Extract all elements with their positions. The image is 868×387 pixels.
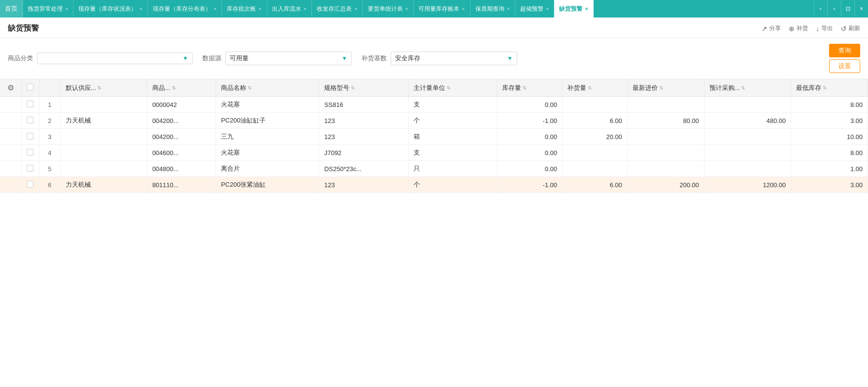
tab-close-icon[interactable]: × xyxy=(462,6,465,12)
tab-jianhuoyichang[interactable]: 拣货异常处理 × xyxy=(23,0,73,18)
row-estimated-purchase xyxy=(704,161,791,177)
tab-close-icon[interactable]: × xyxy=(304,6,307,12)
row-checkbox[interactable] xyxy=(27,149,34,156)
tab-close-icon[interactable]: × xyxy=(405,6,408,12)
tab-home-label: 首页 xyxy=(5,4,18,13)
tab-churukuliushui[interactable]: 出入库流水 × xyxy=(267,0,312,18)
sort-supplier-icon[interactable]: ⇅ xyxy=(97,85,101,90)
col-spec-label: 规格型号 xyxy=(324,84,349,92)
share-button[interactable]: ↗ 分享 xyxy=(761,24,781,33)
replenish-base-dropdown-icon: ▼ xyxy=(507,55,513,62)
row-estimated-purchase: 480.00 xyxy=(704,113,791,129)
sort-unit-icon[interactable]: ⇅ xyxy=(447,85,451,90)
tab-chaochuyu[interactable]: 超储预警 × xyxy=(515,0,554,18)
tab-close-icon[interactable]: × xyxy=(507,6,510,12)
tab-shoufacunhuizong[interactable]: 收发存汇总表 × xyxy=(312,0,362,18)
replenish-base-select[interactable]: 安全库存 ▼ xyxy=(391,52,517,65)
query-button[interactable]: 查询 xyxy=(829,44,860,57)
tab-close-icon[interactable]: × xyxy=(585,6,588,12)
row-num: 1 xyxy=(39,97,60,113)
row-min-stock: 8.00 xyxy=(791,97,868,113)
row-checkbox[interactable] xyxy=(27,133,34,140)
row-spec: DS250*23c... xyxy=(319,161,409,177)
replenish-base-label: 补货基数 xyxy=(362,54,387,63)
tab-home[interactable]: 首页 xyxy=(0,0,23,18)
row-spec: SS816 xyxy=(319,97,409,113)
row-estimated-purchase: 1200.00 xyxy=(704,177,791,193)
tab-xiancunliang1[interactable]: 现存量（库存状况表） × xyxy=(73,0,147,18)
row-product-name: 火花塞 xyxy=(216,145,319,161)
sort-spec-icon[interactable]: ⇅ xyxy=(351,85,355,90)
replenish-button[interactable]: ⊕ 补货 xyxy=(789,24,808,33)
row-product-name: PC200油缸缸子 xyxy=(216,113,319,129)
filter-actions: 查询 设置 xyxy=(829,44,860,73)
column-settings-icon[interactable]: ⚙ xyxy=(7,84,14,92)
tab-close-icon[interactable]: × xyxy=(258,6,261,12)
row-min-stock: 3.00 xyxy=(791,177,868,193)
col-unit: 主计量单位 ⇅ xyxy=(409,79,497,97)
select-all-checkbox[interactable] xyxy=(27,84,34,90)
tab-close-icon[interactable]: × xyxy=(65,6,68,12)
nav-close-btn[interactable]: × xyxy=(854,0,868,18)
col-supplier: 默认供应... ⇅ xyxy=(60,79,147,97)
sort-stock-icon[interactable]: ⇅ xyxy=(523,85,526,90)
row-checkbox[interactable] xyxy=(27,117,34,123)
col-setting: ⚙ xyxy=(0,79,21,97)
tab-keyongliang[interactable]: 可用量库存账本 × xyxy=(414,0,470,18)
sort-latest-price-icon[interactable]: ⇅ xyxy=(659,85,663,90)
data-table: ⚙ 默认供应... ⇅ 商品... xyxy=(0,79,868,193)
export-label: 导出 xyxy=(821,24,833,33)
tab-label: 出入库流水 xyxy=(272,5,301,13)
refresh-label: 刷新 xyxy=(849,24,860,33)
tab-label: 现存量（库存分布表） xyxy=(153,5,211,13)
sort-product-code-icon[interactable]: ⇅ xyxy=(172,85,176,90)
page-header: 缺货预警 ↗ 分享 ⊕ 补货 ↓ 导出 ↺ 刷新 xyxy=(0,18,868,38)
row-check-cell xyxy=(21,177,39,193)
category-select[interactable]: ▼ xyxy=(37,53,193,64)
sort-product-name-icon[interactable]: ⇅ xyxy=(248,85,252,90)
table-row: 2 力天机械 004200... PC200油缸缸子 123 个 -1.00 6… xyxy=(0,113,868,129)
nav-prev-arrow[interactable]: ‹ xyxy=(814,0,827,18)
tab-label: 现存量（库存状况表） xyxy=(78,5,137,13)
row-checkbox[interactable] xyxy=(27,165,34,172)
row-stock: -1.00 xyxy=(497,113,562,129)
row-stock: 0.00 xyxy=(497,97,562,113)
row-checkbox[interactable] xyxy=(27,101,34,107)
export-button[interactable]: ↓ 导出 xyxy=(816,24,833,33)
row-check-cell xyxy=(21,113,39,129)
row-min-stock: 1.00 xyxy=(791,161,868,177)
tab-close-icon[interactable]: × xyxy=(354,6,357,12)
sort-estimated-purchase-icon[interactable]: ⇅ xyxy=(741,85,745,90)
col-unit-label: 主计量单位 xyxy=(414,84,445,92)
col-product-name: 商品名称 ⇅ xyxy=(216,79,319,97)
tab-kucunpizhang[interactable]: 库存批次账 × xyxy=(222,0,267,18)
tab-yaohuodantongji[interactable]: 要货单统计表 × xyxy=(363,0,414,18)
tab-label: 库存批次账 xyxy=(227,5,256,13)
col-latest-price-label: 最新进价 xyxy=(633,84,658,92)
row-product-code: 004600... xyxy=(147,145,216,161)
row-product-code: 0000042 xyxy=(147,97,216,113)
row-product-name: 三九 xyxy=(216,129,319,145)
col-product-code-label: 商品... xyxy=(152,84,170,92)
category-filter-group: 商品分类 ▼ xyxy=(8,53,193,64)
tab-quehuo[interactable]: 缺货预警 × xyxy=(554,0,593,18)
row-checkbox[interactable] xyxy=(27,181,34,188)
tab-close-icon[interactable]: × xyxy=(546,6,549,12)
tab-close-icon[interactable]: × xyxy=(214,6,217,12)
row-spec: 123 xyxy=(319,113,409,129)
tab-close-icon[interactable]: × xyxy=(139,6,142,12)
tab-baozhiqi[interactable]: 保质期查询 × xyxy=(470,0,515,18)
row-min-stock: 10.00 xyxy=(791,129,868,145)
sort-min-stock-icon[interactable]: ⇅ xyxy=(823,85,827,90)
row-setting-cell xyxy=(0,129,21,145)
row-supplier xyxy=(60,145,147,161)
row-estimated-purchase xyxy=(704,97,791,113)
tab-xiancunliang2[interactable]: 现存量（库存分布表） × xyxy=(148,0,222,18)
datasource-select-value: 可用量 xyxy=(230,54,249,63)
settings-button[interactable]: 设置 xyxy=(829,59,860,73)
sort-replenish-icon[interactable]: ⇅ xyxy=(588,85,592,90)
datasource-select[interactable]: 可用量 ▼ xyxy=(225,52,352,65)
refresh-button[interactable]: ↺ 刷新 xyxy=(841,24,860,33)
nav-next-arrow[interactable]: › xyxy=(827,0,841,18)
nav-restore-btn[interactable]: ⊡ xyxy=(841,0,854,18)
